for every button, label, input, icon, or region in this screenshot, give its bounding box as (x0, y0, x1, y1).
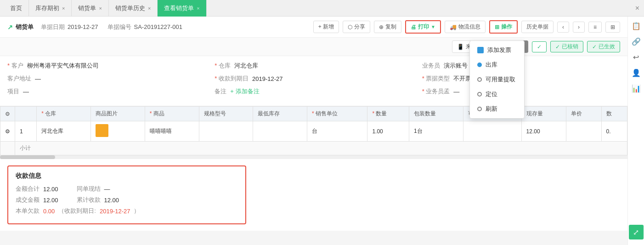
window-close-button[interactable]: × (635, 4, 639, 12)
tab-sales-history[interactable]: 销货单历史 × (109, 0, 158, 17)
logistics-icon: 🚚 (450, 24, 457, 30)
dropdown-add-invoice[interactable]: 添加发票 (470, 43, 524, 57)
print-label: 打印 (418, 23, 429, 31)
warehouse-label: 仓库 (215, 62, 231, 70)
payment-row-3: 本单欠款 0.00 （收款到期日: 2019-12-27 ） (16, 207, 238, 215)
payment-title: 收款信息 (16, 172, 238, 180)
warehouse-field: 仓库 河北仓库 (215, 62, 412, 70)
dropdown-locate[interactable]: 定位 (470, 87, 524, 102)
tab-home[interactable]: 首页 (4, 0, 29, 17)
th-pack-qty: 包装数量 (409, 107, 463, 121)
owed-note-end: ） (134, 207, 140, 215)
transaction-value: 12.00 (43, 197, 58, 204)
copy-button[interactable]: ⊕ 复制 (374, 21, 401, 33)
add-remark-link[interactable]: + 添加备注 (230, 87, 259, 96)
th-unit-price: 单价 (566, 107, 601, 121)
dropdown-ship-out[interactable]: 出库 (470, 57, 524, 72)
customer-label: 客户 (7, 62, 23, 70)
date-value: 2019-12-27 (68, 23, 98, 30)
sidebar-icon-5[interactable]: 📊 (629, 81, 644, 96)
confirm-button[interactable]: ✓ (532, 41, 547, 52)
dropdown-available-qty[interactable]: 可用量提取 (470, 72, 524, 87)
operations-button[interactable]: ⊞ 操作 (489, 20, 518, 34)
same-order-value: — (104, 186, 110, 193)
tab-sales-history-close[interactable]: × (148, 6, 151, 11)
view-grid-button[interactable]: ⊞ (605, 22, 620, 33)
project-label: 项目 (7, 87, 19, 96)
payment-date-value: 2019-12-27 (252, 75, 283, 82)
tab-view-sales[interactable]: 查看销货单 × (158, 0, 206, 17)
address-field: 客户地址 — (7, 74, 205, 83)
number-label: 单据编号 (107, 23, 131, 31)
tab-inventory[interactable]: 库存期初 × (29, 0, 72, 17)
same-order-item: 同单现结 — (77, 185, 110, 193)
warehouse-value: 河北仓库 (234, 62, 258, 70)
transaction-label: 成交金额 (16, 196, 40, 204)
ship-out-label: 出库 (486, 61, 497, 69)
sidebar-icon-expand[interactable]: ⤢ (629, 225, 644, 231)
sidebar-icon-2[interactable]: 🔗 (629, 34, 644, 49)
tab-sales[interactable]: 销货单 × (72, 0, 108, 17)
project-value: — (23, 88, 29, 95)
sidebar-icon-1[interactable]: 📋 (629, 18, 644, 33)
owed-label: 本单欠款 (16, 207, 40, 215)
effective-badge: ✓ 已生效 (587, 41, 620, 52)
th-image: 商品图片 (91, 107, 145, 121)
row-current-stock: 12.00 (521, 121, 566, 142)
th-current-stock: 现存量 (521, 107, 566, 121)
effective-label: 已生效 (599, 43, 615, 51)
share-icon: ⬡ (348, 24, 352, 30)
same-order-label: 同单现结 (77, 185, 101, 193)
tab-sales-history-label: 销货单历史 (115, 4, 145, 12)
customer-value: 柳州粤港平安气体有限公司 (27, 62, 99, 70)
next-record-button[interactable]: › (573, 22, 585, 33)
th-gear: ⚙ (0, 107, 15, 121)
toolbar-row: 📱 来自手机 ● 未开票 ✓ ✓ 已核销 ✓ 已生效 (0, 38, 627, 56)
payment-row-2: 成交金额 12.00 累计收款 12.00 (16, 196, 238, 204)
row-warehouse: 河北仓库 (37, 121, 91, 142)
logistics-button[interactable]: 🚚 物流信息 (445, 21, 486, 33)
sold-badge: ✓ 已核销 (550, 41, 583, 52)
locate-label: 定位 (486, 90, 497, 98)
prev-record-button[interactable]: ‹ (557, 22, 569, 33)
row-pack-qty: 1台 (409, 121, 463, 142)
history-button[interactable]: 历史单据 (521, 21, 554, 33)
operations-dropdown: 添加发票 出库 可用量提取 定位 刷新 (469, 40, 525, 119)
tab-view-sales-close[interactable]: × (197, 6, 199, 11)
tab-view-sales-label: 查看销货单 (164, 4, 194, 12)
print-button[interactable]: 🖨 打印 ▼ (405, 20, 441, 34)
ticket-type-label: 票据类型 (422, 74, 450, 83)
add-icon: + (230, 88, 234, 95)
row-gear[interactable]: ⚙ (0, 121, 15, 142)
th-num (15, 107, 37, 121)
share-label: 分享 (354, 23, 365, 31)
subtotal-gear (0, 142, 15, 155)
row-amount: 0. (601, 121, 627, 142)
tab-sales-label: 销货单 (78, 4, 96, 12)
copy-label: 复制 (385, 23, 396, 31)
share-button[interactable]: ⬡ 分享 (343, 21, 370, 33)
table-scroll-bar[interactable] (0, 155, 627, 159)
tab-inventory-close[interactable]: × (62, 6, 65, 11)
tab-sales-close[interactable]: × (99, 6, 102, 11)
ship-out-icon (477, 63, 482, 67)
history-label: 历史单据 (526, 23, 548, 31)
cumulative-label: 累计收款 (77, 196, 101, 204)
new-button[interactable]: + 新增 (313, 21, 339, 33)
doc-actions: + 新增 ⬡ 分享 ⊕ 复制 🖨 打印 ▼ 🚚 物流信息 ⊞ 操作 (313, 20, 620, 34)
total-label: 金额合计 (16, 185, 40, 193)
remark-field: 备注 + 添加备注 (215, 87, 412, 96)
add-invoice-label: 添加发票 (487, 46, 511, 54)
row-min-stock (253, 121, 307, 142)
sidebar-icon-3[interactable]: ↩ (629, 50, 644, 64)
view-list-button[interactable]: ≡ (588, 22, 602, 33)
dropdown-refresh[interactable]: 刷新 (470, 102, 524, 116)
logistics-label: 物流信息 (458, 23, 480, 31)
refresh-icon (477, 107, 482, 111)
row-num: 1 (15, 121, 37, 142)
sold-label: 已核销 (562, 43, 578, 51)
product-table-section: ⚙ 仓库 商品图片 商品 规格型号 最低库存 销售单位 数量 包装数量 可用量 … (0, 106, 627, 159)
sidebar-icon-4[interactable]: 👤 (629, 65, 644, 80)
remark-label: 备注 (215, 87, 226, 96)
table-scroll-thumb[interactable] (0, 155, 55, 159)
